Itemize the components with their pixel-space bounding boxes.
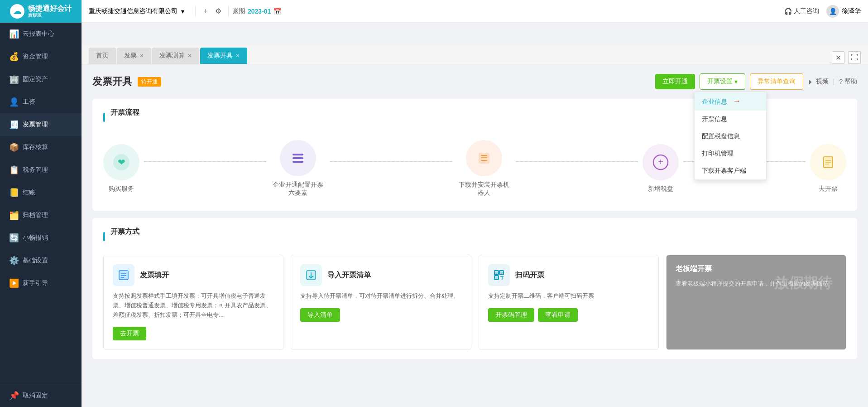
sidebar-item-yunbao[interactable]: 📊 云报表中心 [0,23,82,45]
sidebar-item-label: 库存核算 [23,143,48,151]
question-icon: ? [839,78,843,85]
chevron-down-icon: ▾ [181,8,184,15]
tab-label: 发票测算 [159,52,185,60]
sidebar-item-gongzi[interactable]: 👤 工资 [0,91,82,113]
dropdown-item-printer[interactable]: 打印机管理 [695,145,766,162]
dropdown-item-tax-config[interactable]: 配置税盘信息 [695,128,766,145]
header-right: 🎧 人工咨询 👤 徐泽华 [784,5,861,18]
sidebar-item-kucun[interactable]: 📦 库存核算 [0,136,82,159]
activate-button[interactable]: 立即开通 [655,74,695,89]
import-list-button[interactable]: 导入清单 [300,308,340,322]
sidebar-item-jichushezhi[interactable]: ⚙️ 基础设置 [0,249,82,272]
dropdown-item-download-client[interactable]: 下载开票客户端 [695,162,766,179]
tab-fapiao[interactable]: 发票 ✕ [117,48,151,64]
sidebar-item-guding[interactable]: 🏢 固定资产 [0,68,82,91]
support-button[interactable]: 🎧 人工咨询 [784,7,819,15]
pin-icon: 📌 [9,391,18,401]
dropdown-item-company[interactable]: 企业信息 → [695,92,766,111]
logo-sub-text: 旗舰版 [28,13,72,18]
sidebar-item-label: 基础设置 [23,257,48,265]
tab-label: 首页 [96,52,109,60]
methods-section: 开票方式 [92,218,857,359]
play-circle-icon: ⏵ [808,78,814,85]
qr-manage-button[interactable]: 开票码管理 [488,308,534,322]
video-button[interactable]: ⏵ 视频 [808,78,829,86]
invoice-icon: 🧾 [9,120,18,130]
method-card-scan: 扫码开票 支持定制开票二维码，客户端可扫码开票 开票码管理 查看申请 [479,255,659,350]
sidebar-item-label: 固定资产 [23,75,48,83]
help-label: 帮助 [844,78,857,86]
period-value: 2023-01 [248,8,271,15]
logo-icon: ☁ [10,4,24,19]
status-badge: 待开通 [138,77,161,87]
svg-rect-26 [500,271,503,274]
tab-close-icon[interactable]: ✕ [139,53,144,59]
video-label: 视频 [816,78,829,86]
scan-card-desc: 支持定制开票二维码，客户端可扫码开票 [488,291,649,301]
tab-close-icon[interactable]: ✕ [235,53,240,59]
flow-step-icon-1: ❤ [103,144,139,180]
settings-icon[interactable]: ⚙ [212,5,225,18]
methods-section-title: 开票方式 [110,227,139,237]
avatar: 👤 [826,5,839,18]
view-apply-button[interactable]: 查看申请 [538,308,578,322]
sidebar-item-label: 小畅报销 [23,234,48,242]
flow-step-label-2: 企业开通配置开票六要素 [271,181,325,197]
sidebar-item-jiezhang[interactable]: 📒 结账 [0,181,82,204]
maximize-button[interactable]: ⛶ [848,51,861,64]
method-card-header-fill: 发票填开 [113,264,274,286]
book-icon: 📒 [9,188,18,198]
settings-button[interactable]: 开票设置 ▾ [700,73,745,90]
anomaly-button[interactable]: 异常清单查询 [750,73,803,90]
fill-invoice-icon [113,264,134,286]
flow-step-label-5: 去开票 [819,185,838,193]
user-area[interactable]: 👤 徐泽华 [826,5,861,18]
play-icon: ▶️ [9,278,18,288]
sidebar-item-shuiwu[interactable]: 📋 税务管理 [0,159,82,181]
flow-step-5: 去开票 [810,144,846,193]
flow-step-3: ☰ 下载并安装开票机器人 [457,140,511,197]
calendar-icon[interactable]: 📅 [273,8,281,15]
add-button[interactable]: ＋ [199,5,212,18]
fill-invoice-button[interactable]: 去开票 [113,327,146,340]
flow-step-icon-3: ☰ [466,140,502,176]
user-icon: 👤 [9,97,18,107]
flow-step-2: 企业开通配置开票六要素 [271,140,325,197]
page-header-right: 立即开通 开票设置 ▾ 异常清单查询 ⏵ 视频 | ? 帮助 [655,73,857,90]
svg-rect-27 [495,276,498,279]
sidebar-item-xinshou[interactable]: ▶️ 新手引导 [0,272,82,295]
page-title: 发票开具 [92,75,132,88]
header-divider [195,6,196,17]
left-border-decoration [103,113,105,122]
sidebar-item-zijin[interactable]: 💰 资金管理 [0,45,82,68]
left-border-decoration2 [103,232,105,241]
dropdown-item-label: 打印机管理 [702,150,734,157]
expense-icon: 🔄 [9,233,18,243]
tab-fapiao-kaiju[interactable]: 发票开具 ✕ [200,48,247,64]
logo-text: 畅捷通好会计 旗舰版 [28,4,72,18]
company-selector[interactable]: 重庆畅捷交通信息咨询有限公司 ▾ [82,7,192,15]
flow-step-icon-5 [810,144,846,180]
tax-icon: 📋 [9,165,18,175]
close-window-button[interactable]: ✕ [832,51,844,64]
tab-fapiao-cesuan[interactable]: 发票测算 ✕ [152,48,199,64]
header-divider2 [228,6,229,17]
money-icon: 💰 [9,52,18,62]
sidebar-item-xiaochang[interactable]: 🔄 小畅报销 [0,227,82,249]
tabs-bar-right: ✕ ⛶ [832,51,861,64]
methods-header: 开票方式 [103,227,846,246]
sidebar-item-label: 发票管理 [23,121,48,129]
dropdown-item-invoice-info[interactable]: 开票信息 [695,111,766,128]
logo-main-text: 畅捷通好会计 [28,4,72,13]
building-icon: 🏢 [9,74,18,84]
sidebar-item-guidang[interactable]: 🗂️ 归档管理 [0,204,82,227]
tab-close-icon[interactable]: ✕ [187,53,192,59]
boss-card-inner: 老板端开票 查看老板端小程序提交的开票申请，并作出相应的处理回待 放假期待 [676,264,837,289]
help-button[interactable]: ? 帮助 [839,78,857,86]
tab-label: 发票开具 [207,52,233,60]
sidebar-item-fapiao[interactable]: 🧾 发票管理 [0,113,82,136]
flow-step-label-1: 购买服务 [109,185,134,193]
tab-home[interactable]: 首页 [89,48,116,64]
sidebar-item-label: 取消固定 [23,392,48,400]
sidebar-item-unpin[interactable]: 📌 取消固定 [0,384,82,407]
